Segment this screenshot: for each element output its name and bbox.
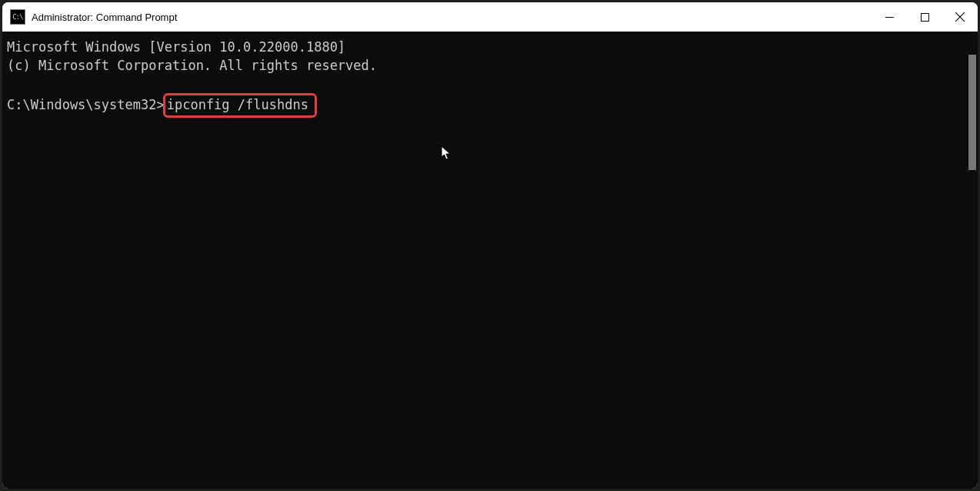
maximize-button[interactable] — [907, 2, 942, 32]
svg-rect-1 — [921, 13, 928, 21]
terminal-output[interactable]: Microsoft Windows [Version 10.0.22000.18… — [2, 32, 967, 489]
cmd-app-icon: C:\ — [10, 9, 25, 25]
cmd-app-icon-text: C:\ — [12, 14, 22, 21]
window-title: Administrator: Command Prompt — [32, 12, 177, 23]
maximize-icon — [921, 13, 929, 22]
close-icon — [955, 12, 965, 22]
scrollbar-thumb[interactable] — [968, 55, 976, 170]
minimize-icon — [885, 13, 894, 22]
prompt-path: C:\Windows\system32> — [7, 97, 165, 112]
command-prompt-window: C:\ Administrator: Command Prompt Micros… — [2, 2, 978, 489]
vertical-scrollbar[interactable] — [968, 36, 976, 484]
command-text: ipconfig /flushdns — [167, 97, 308, 112]
version-line: Microsoft Windows [Version 10.0.22000.18… — [7, 39, 345, 55]
close-button[interactable] — [942, 2, 978, 32]
terminal-area[interactable]: Microsoft Windows [Version 10.0.22000.18… — [2, 32, 978, 489]
minimize-button[interactable] — [872, 2, 907, 32]
copyright-line: (c) Microsoft Corporation. All rights re… — [7, 58, 377, 73]
titlebar[interactable]: C:\ Administrator: Command Prompt — [2, 2, 978, 32]
highlighted-command: ipconfig /flushdns — [163, 93, 317, 118]
